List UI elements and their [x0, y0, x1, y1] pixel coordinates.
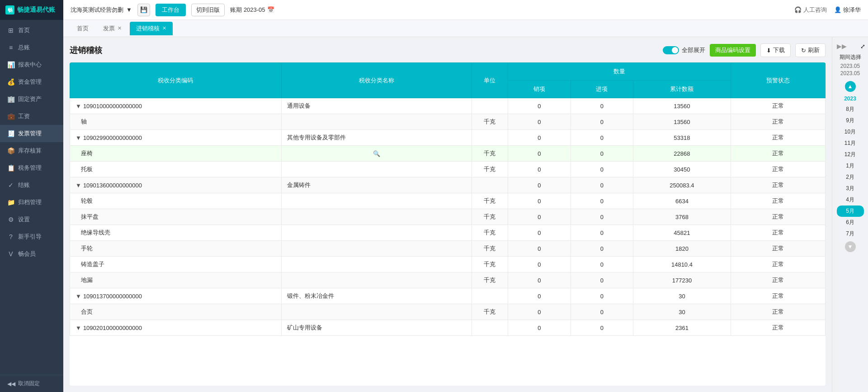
page: 进销稽核 全部展开 商品编码设置 ⬇ 下载 ↻ 刷新 [63, 37, 868, 392]
tab-进销稽核[interactable]: 进销稽核✕ [130, 22, 173, 35]
item-col2 [281, 162, 472, 177]
scroll-down-button[interactable]: ▼ [845, 241, 856, 252]
table-row: 抹平盘 千克 0 0 3768 正常 [70, 209, 826, 225]
logo-icon: 畅 [5, 5, 14, 14]
month-item-12月[interactable]: 12月 [837, 149, 864, 160]
month-item-3月[interactable]: 3月 [837, 183, 864, 194]
sidebar-item-设置[interactable]: ⚙设置 [0, 211, 63, 228]
month-item-11月[interactable]: 11月 [837, 138, 864, 149]
expand-icon2[interactable]: ⤢ [860, 43, 865, 50]
col-tax-code: 税收分类编码 [70, 63, 282, 98]
expand-toggle[interactable] [663, 46, 679, 54]
month-item-9月[interactable]: 9月 [837, 115, 864, 126]
item-name-cell: 手轮 [70, 241, 282, 257]
sidebar-item-发票管理[interactable]: 🧾发票管理 [0, 125, 63, 142]
right-panel: ▶▶ ⤢ 期间选择 2023.05 2023.05 ▲ 20238月9月10月1… [832, 37, 868, 392]
purchase-cell: 0 [571, 320, 633, 336]
app-name: 畅捷通易代账 [17, 6, 55, 14]
panel-collapse-icon[interactable]: ▶▶ [835, 41, 849, 52]
month-item-5月[interactable]: 5月 [837, 206, 864, 217]
table-row: ▼109013700000000000 锻件、粉末冶金件 0 0 30 正常 [70, 288, 826, 304]
sidebar-icon: ≡ [7, 44, 14, 51]
sidebar-item-归档管理[interactable]: 📁归档管理 [0, 194, 63, 211]
col-status: 预警状态 [731, 63, 825, 98]
scroll-up-button[interactable]: ▲ [845, 81, 856, 92]
total-cell: 30 [633, 304, 731, 320]
company-selector[interactable]: 沈海英测试经营勿删 ▼ [71, 6, 132, 14]
col-tax-name: 税收分类名称 [281, 63, 472, 98]
expand-icon[interactable]: ▼ [75, 293, 81, 300]
month-item-10月[interactable]: 10月 [837, 126, 864, 138]
sales-cell: 0 [508, 272, 571, 288]
table-row: ▼109013600000000000 金属铸件 0 0 250083.4 正常 [70, 177, 826, 193]
item-name-cell: 轴 [70, 114, 282, 130]
sidebar-item-工资[interactable]: 💼工资 [0, 108, 63, 125]
sidebar-item-报表中心[interactable]: 📊报表中心 [0, 56, 63, 73]
sidebar-item-库存核算[interactable]: 📦库存核算 [0, 142, 63, 159]
tax-code-cell: ▼109029900000000000 [70, 130, 282, 146]
sidebar-item-畅会员[interactable]: V畅会员 [0, 245, 63, 263]
table-row: 手轮 千克 0 0 1820 正常 [70, 241, 826, 257]
month-item-8月[interactable]: 8月 [837, 104, 864, 115]
calendar-icon[interactable]: 📅 [267, 6, 274, 13]
expand-icon[interactable]: ▼ [75, 103, 81, 110]
purchase-cell: 0 [571, 241, 633, 257]
tab-首页[interactable]: 首页 [71, 22, 95, 35]
tab-close-icon[interactable]: ✕ [162, 25, 166, 31]
sales-cell: 0 [508, 288, 571, 304]
table-row: 托板 千克 0 0 30450 正常 [70, 162, 826, 177]
sidebar-item-总账[interactable]: ≡总账 [0, 39, 63, 56]
download-button[interactable]: ⬇ 下载 [760, 43, 791, 57]
username: 徐泽华 [843, 6, 861, 14]
sidebar-nav: ⊞首页≡总账📊报表中心💰资金管理🏢固定资产💼工资🧾发票管理📦库存核算📋税务管理✓… [0, 20, 63, 375]
month-item-6月[interactable]: 6月 [837, 217, 864, 228]
sidebar-icon: ⚙ [7, 216, 14, 223]
sidebar-footer[interactable]: ◀◀ 取消固定 [0, 375, 63, 392]
purchase-cell: 0 [571, 257, 633, 272]
status-cell: 正常 [731, 114, 825, 130]
sidebar-item-资金管理[interactable]: 💰资金管理 [0, 73, 63, 91]
settings-button[interactable]: 商品编码设置 [710, 44, 756, 57]
unit-cell [472, 130, 508, 146]
month-item-7月[interactable]: 7月 [837, 228, 864, 239]
month-item-1月[interactable]: 1月 [837, 160, 864, 172]
month-item-4月[interactable]: 4月 [837, 194, 864, 206]
status-cell: 正常 [731, 193, 825, 209]
search-icon[interactable]: 🔍 [373, 150, 380, 157]
switch-version-button[interactable]: 切到旧版 [191, 4, 225, 16]
item-name-cell: 抹平盘 [70, 209, 282, 225]
sales-cell: 0 [508, 177, 571, 193]
table-row: 座椅 🔍 千克 0 0 22868 正常 [70, 146, 826, 162]
sidebar-item-首页[interactable]: ⊞首页 [0, 22, 63, 39]
sales-cell: 0 [508, 304, 571, 320]
sidebar-item-新手引导[interactable]: ?新手引导 [0, 228, 63, 245]
table-row: ▼109029900000000000 其他专用设备及零部件 0 0 53318… [70, 130, 826, 146]
tax-name-cell: 金属铸件 [281, 177, 472, 193]
item-col2 [281, 209, 472, 225]
sidebar-item-税务管理[interactable]: 📋税务管理 [0, 159, 63, 177]
unit-cell: 千克 [472, 241, 508, 257]
purchase-cell: 0 [571, 146, 633, 162]
expand-icon[interactable]: ▼ [75, 182, 81, 189]
status-cell: 正常 [731, 130, 825, 146]
month-item-2月[interactable]: 2月 [837, 172, 864, 183]
refresh-button[interactable]: ↻ 刷新 [795, 43, 826, 57]
service-label: 人工咨询 [803, 6, 827, 14]
sidebar-item-固定资产[interactable]: 🏢固定资产 [0, 91, 63, 108]
service-button[interactable]: 🎧 人工咨询 [794, 6, 827, 14]
sidebar-item-结账[interactable]: ✓结账 [0, 177, 63, 194]
save-button[interactable]: 💾 [137, 4, 150, 16]
expand-icon[interactable]: ▼ [75, 134, 81, 141]
total-cell: 250083.4 [633, 177, 731, 193]
workbench-button[interactable]: 工作台 [156, 4, 186, 16]
expand-icon[interactable]: ▼ [75, 325, 81, 331]
user-menu[interactable]: 👤 徐泽华 [834, 6, 861, 14]
total-cell: 22868 [633, 146, 731, 162]
purchase-cell: 0 [571, 304, 633, 320]
download-icon: ⬇ [766, 47, 771, 54]
toggle-all-control[interactable]: 全部展开 [663, 46, 705, 54]
tab-发票[interactable]: 发票✕ [97, 22, 128, 35]
tab-close-icon[interactable]: ✕ [118, 25, 122, 31]
sidebar-icon: 📦 [7, 147, 14, 154]
purchase-cell: 0 [571, 225, 633, 241]
